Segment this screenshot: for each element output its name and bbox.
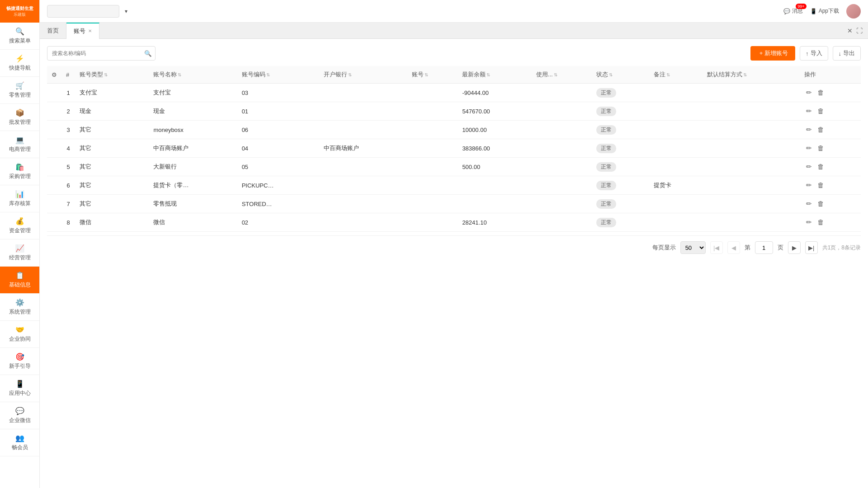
default-payment-col-header[interactable]: 默认结算方式⇅ <box>703 66 800 84</box>
import-button[interactable]: ↑ 导入 <box>800 46 828 61</box>
sidebar-item-finance[interactable]: 💰资金管理 <box>0 212 39 239</box>
delete-button-2[interactable]: 🗑 <box>816 125 826 134</box>
edit-button-3[interactable]: ✏ <box>804 143 814 153</box>
row-type-7: 微信 <box>75 213 149 232</box>
edit-button-5[interactable]: ✏ <box>804 180 814 190</box>
add-account-button[interactable]: + 新增账号 <box>750 46 795 61</box>
row-action-4: ✏ 🗑 <box>800 158 861 176</box>
balance-col-header[interactable]: 最新余额⇅ <box>458 66 531 84</box>
edit-button-2[interactable]: ✏ <box>804 125 814 135</box>
edit-button-6[interactable]: ✏ <box>804 199 814 209</box>
row-code-5: PICKUPC… <box>237 176 319 195</box>
sidebar-item-enterprise-agreement[interactable]: 🤝企业协同 <box>0 321 39 348</box>
status-badge-1: 正常 <box>596 107 616 116</box>
top-search-input[interactable] <box>47 5 119 18</box>
search-input[interactable] <box>47 50 141 56</box>
row-bank-0 <box>319 84 407 102</box>
app-download-button[interactable]: 📱 App下载 <box>810 7 839 15</box>
delete-button-4[interactable]: 🗑 <box>816 162 826 171</box>
next-page-button[interactable]: ▶ <box>788 241 801 254</box>
name-col-header[interactable]: 账号名称⇅ <box>149 66 237 84</box>
ecommerce-icon: 💻 <box>15 136 24 144</box>
sidebar-item-system[interactable]: ⚙️系统管理 <box>0 294 39 321</box>
dropdown-btn[interactable]: ▾ <box>125 8 127 14</box>
sidebar-item-operations[interactable]: 📈经营管理 <box>0 239 39 267</box>
row-code-0: 03 <box>237 84 319 102</box>
quick-nav-icon: ⚡ <box>15 54 24 63</box>
status-col-header[interactable]: 状态⇅ <box>592 66 650 84</box>
delete-button-1[interactable]: 🗑 <box>816 106 826 116</box>
sidebar-item-enterprise-wechat[interactable]: 💬企业微信 <box>0 402 39 429</box>
delete-button-0[interactable]: 🗑 <box>816 88 826 97</box>
sidebar-item-label: 零售管理 <box>9 91 31 99</box>
row-settings-3 <box>47 139 61 158</box>
close-tab-icon[interactable]: ✕ <box>847 27 853 34</box>
edit-button-0[interactable]: ✏ <box>804 88 814 98</box>
prev-page-button[interactable]: ◀ <box>727 241 740 254</box>
row-num-4: 5 <box>61 158 75 176</box>
export-button[interactable]: ↓ 导出 <box>833 46 861 61</box>
status-badge-5: 正常 <box>596 181 616 190</box>
settings-col-header[interactable]: ⚙ <box>47 66 61 84</box>
message-button[interactable]: 💬 消息 99+ <box>783 7 803 15</box>
sidebar-item-retail[interactable]: 🛒零售管理 <box>0 77 39 104</box>
num-col-header: # <box>61 66 75 84</box>
row-action-1: ✏ 🗑 <box>800 102 861 121</box>
row-usage-4 <box>532 158 592 176</box>
app-download-label: App下载 <box>819 7 839 15</box>
maximize-icon[interactable]: ⛶ <box>856 27 863 34</box>
tab-label-accounts: 账号 <box>74 27 85 35</box>
import-label: 导入 <box>811 49 822 57</box>
sidebar-item-basic-info[interactable]: 📋基础信息 <box>0 267 39 294</box>
delete-button-7[interactable]: 🗑 <box>816 217 826 227</box>
row-code-3: 04 <box>237 139 319 158</box>
code-col-header[interactable]: 账号编码⇅ <box>237 66 319 84</box>
page-size-select[interactable]: 50 100 <box>680 241 706 254</box>
top-header: ▾ 💬 消息 99+ 📱 App下载 <box>40 0 868 23</box>
type-col-header[interactable]: 账号类型⇅ <box>75 66 149 84</box>
sidebar-item-new-guide[interactable]: 🎯新手引导 <box>0 348 39 375</box>
row-bank-2 <box>319 121 407 139</box>
retail-icon: 🛒 <box>15 81 24 90</box>
account-col-header[interactable]: 账号⇅ <box>407 66 458 84</box>
app-logo: 畅捷通财生意 乐建版 <box>0 0 39 23</box>
edit-button-4[interactable]: ✏ <box>804 162 814 172</box>
tab-accounts[interactable]: 账号✕ <box>66 23 99 39</box>
table-row: 8 微信 微信 02 28241.10 正常 ✏ 🗑 <box>47 213 861 232</box>
edit-button-7[interactable]: ✏ <box>804 217 814 227</box>
enterprise-wechat-icon: 💬 <box>15 407 24 415</box>
row-num-1: 2 <box>61 102 75 121</box>
sidebar-item-search-menu[interactable]: 🔍搜索菜单 <box>0 23 39 50</box>
delete-button-3[interactable]: 🗑 <box>816 143 826 153</box>
row-status-7: 正常 <box>592 213 650 232</box>
row-default-payment-1 <box>703 102 800 121</box>
last-page-button[interactable]: ▶| <box>805 241 818 254</box>
first-page-button[interactable]: |◀ <box>710 241 723 254</box>
delete-button-6[interactable]: 🗑 <box>816 199 826 208</box>
row-usage-0 <box>532 84 592 102</box>
user-avatar[interactable] <box>846 4 861 19</box>
row-status-5: 正常 <box>592 176 650 195</box>
inventory-icon: 📊 <box>15 190 24 198</box>
sidebar-item-member[interactable]: 👥畅会员 <box>0 429 39 456</box>
row-num-7: 8 <box>61 213 75 232</box>
delete-button-5[interactable]: 🗑 <box>816 180 826 190</box>
sidebar-item-quick-nav[interactable]: ⚡快捷导航 <box>0 50 39 77</box>
tab-home[interactable]: 首页 <box>40 23 66 39</box>
edit-button-1[interactable]: ✏ <box>804 106 814 116</box>
chevron-down-icon: ▾ <box>125 8 127 14</box>
bank-col-header[interactable]: 开户银行⇅ <box>319 66 407 84</box>
tab-close-accounts[interactable]: ✕ <box>88 28 92 33</box>
sidebar-item-purchase[interactable]: 🛍️采购管理 <box>0 158 39 185</box>
sidebar-item-ecommerce[interactable]: 💻电商管理 <box>0 131 39 158</box>
remark-col-header[interactable]: 备注⇅ <box>649 66 703 84</box>
sidebar-item-wholesale[interactable]: 📦批发管理 <box>0 104 39 131</box>
page-input[interactable] <box>755 241 773 254</box>
sidebar-item-inventory[interactable]: 📊库存核算 <box>0 185 39 212</box>
row-num-0: 1 <box>61 84 75 102</box>
row-code-4: 05 <box>237 158 319 176</box>
usage-col-header[interactable]: 使用...⇅ <box>532 66 592 84</box>
tab-actions: ✕ ⛶ <box>847 27 868 34</box>
search-button[interactable]: 🔍 <box>141 46 155 61</box>
sidebar-item-app-center[interactable]: 📱应用中心 <box>0 375 39 402</box>
